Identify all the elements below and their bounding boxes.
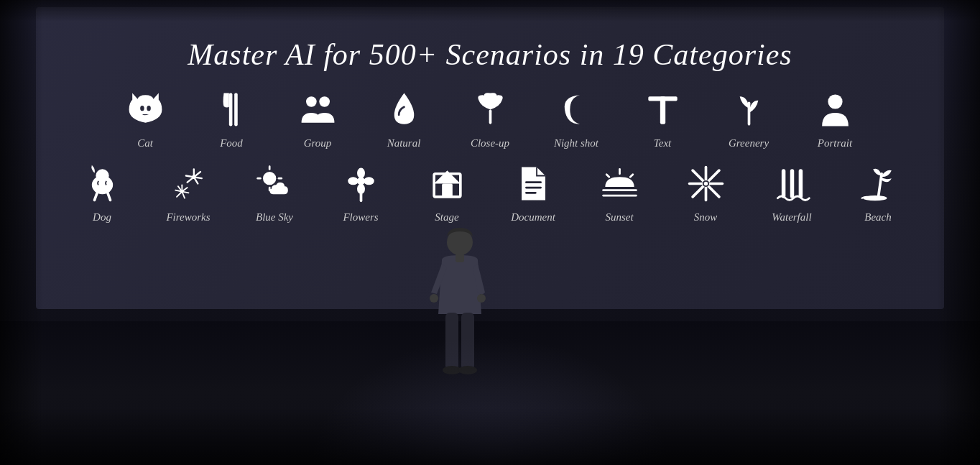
icon-item-closeup: Close-up [447, 86, 533, 149]
icons-section: Cat Food [36, 86, 944, 231]
portrait-label: Portrait [818, 137, 852, 149]
bluesky-icon [255, 160, 295, 207]
icon-item-beach: Beach [835, 160, 921, 224]
icon-item-fireworks: Fireworks [145, 160, 231, 224]
flowers-label: Flowers [343, 211, 378, 224]
food-icon [212, 86, 251, 133]
icon-item-cat: Cat [102, 86, 188, 149]
svg-rect-37 [442, 184, 453, 197]
nightshot-label: Night shot [554, 137, 598, 149]
svg-point-3 [319, 96, 330, 107]
closeup-label: Close-up [471, 137, 509, 149]
svg-rect-52 [781, 169, 785, 198]
snow-label: Snow [694, 211, 718, 224]
group-label: Group [304, 137, 332, 149]
text-label: Text [654, 137, 671, 149]
svg-point-7 [828, 94, 842, 109]
closeup-icon [471, 86, 510, 133]
flowers-icon [341, 160, 381, 207]
svg-line-22 [177, 192, 182, 197]
dog-label: Dog [93, 211, 111, 224]
greenery-icon [729, 86, 769, 133]
svg-line-15 [187, 177, 193, 182]
natural-icon [384, 86, 424, 133]
svg-point-31 [357, 168, 365, 179]
svg-rect-54 [798, 169, 803, 198]
svg-rect-1 [234, 93, 238, 126]
svg-point-25 [263, 172, 276, 185]
icon-item-group: Group [274, 86, 361, 149]
food-label: Food [220, 137, 243, 149]
icon-item-dog: Dog [59, 160, 145, 224]
bluesky-label: Blue Sky [256, 211, 293, 224]
svg-point-59 [430, 294, 438, 303]
vignette-right [937, 0, 980, 465]
scene: Master AI for 500+ Scenarios in 19 Categ… [0, 0, 980, 465]
sunset-icon [600, 160, 639, 207]
document-label: Document [511, 211, 555, 224]
group-icon [298, 86, 338, 133]
icon-item-snow: Snow [662, 160, 749, 224]
svg-rect-6 [660, 96, 665, 124]
cat-icon [126, 86, 165, 133]
svg-rect-0 [228, 93, 232, 126]
svg-point-34 [364, 177, 374, 185]
svg-rect-58 [456, 254, 464, 262]
icon-item-waterfall: Waterfall [749, 160, 835, 224]
text-icon [643, 86, 683, 133]
svg-point-32 [357, 184, 365, 195]
svg-point-60 [477, 294, 486, 303]
svg-point-33 [348, 177, 359, 185]
icon-item-document: Document [490, 160, 576, 224]
snow-icon [686, 160, 726, 207]
nightshot-icon [557, 86, 596, 133]
icon-row-2: Dog [36, 160, 944, 224]
slide-title: Master AI for 500+ Scenarios in 19 Categ… [36, 37, 944, 72]
greenery-label: Greenery [729, 137, 769, 149]
icon-item-stage: Stage [404, 160, 490, 224]
svg-line-44 [606, 175, 609, 178]
icon-item-bluesky: Blue Sky [231, 160, 318, 224]
waterfall-icon [772, 160, 812, 207]
icon-item-portrait: Portrait [792, 86, 878, 149]
svg-rect-35 [359, 193, 362, 202]
portrait-icon [815, 86, 855, 133]
svg-line-19 [182, 188, 187, 192]
icon-row-1: Cat Food [36, 86, 944, 149]
icon-item-greenery: Greenery [706, 86, 792, 149]
beach-label: Beach [864, 211, 891, 224]
cat-label: Cat [137, 137, 153, 149]
icon-item-sunset: Sunset [576, 160, 662, 224]
vignette-top [0, 0, 980, 22]
dog-icon [83, 160, 122, 207]
icon-item-food: Food [188, 86, 274, 149]
sunset-label: Sunset [605, 211, 633, 224]
svg-line-12 [193, 172, 200, 177]
vignette-left [0, 0, 43, 465]
icon-item-natural: Natural [361, 86, 447, 149]
beach-icon [859, 160, 898, 207]
natural-label: Natural [387, 137, 421, 149]
svg-rect-4 [489, 110, 491, 124]
icon-item-flowers: Flowers [318, 160, 404, 224]
vignette-bottom [0, 408, 980, 465]
svg-line-45 [630, 175, 633, 178]
svg-point-9 [96, 169, 108, 182]
icon-item-nightshot: Night shot [533, 86, 619, 149]
svg-point-51 [703, 182, 708, 186]
svg-point-2 [306, 96, 317, 107]
stage-icon [427, 160, 467, 207]
waterfall-label: Waterfall [772, 211, 811, 224]
icon-item-text: Text [619, 86, 706, 149]
fireworks-icon [169, 160, 208, 207]
fireworks-label: Fireworks [166, 211, 210, 224]
document-icon [514, 160, 553, 207]
svg-rect-53 [790, 169, 794, 198]
